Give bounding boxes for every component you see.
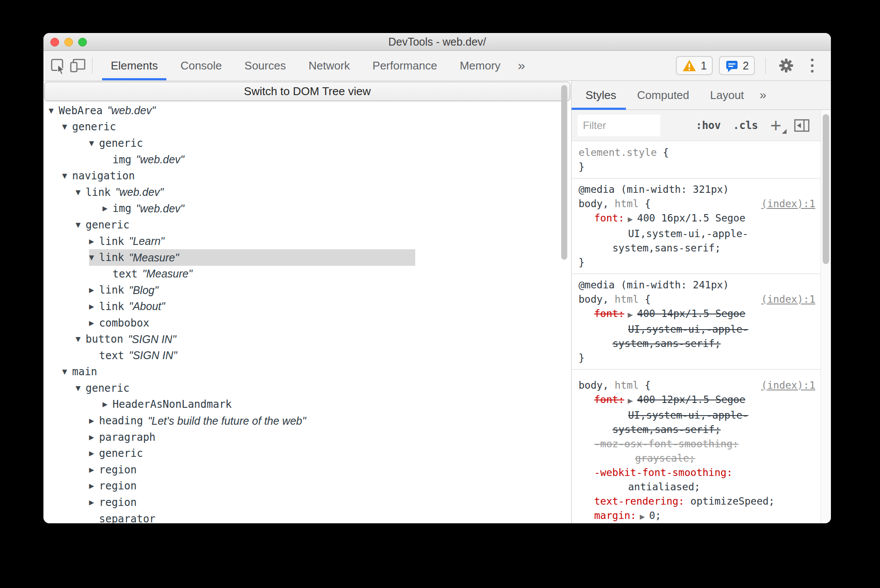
- style-line: UI,system-ui,-apple-: [572, 322, 820, 337]
- expand-value-icon[interactable]: ▶: [628, 311, 633, 319]
- kebab-menu-icon[interactable]: [802, 56, 822, 76]
- tree-expand-right-icon[interactable]: ▶: [89, 303, 99, 311]
- tree-row[interactable]: ▼generic: [43, 217, 571, 233]
- tab-memory[interactable]: Memory: [448, 51, 512, 80]
- tree-row[interactable]: ▼WebArea"web.dev": [43, 102, 571, 119]
- tree-row[interactable]: ▶combobox: [43, 315, 571, 331]
- tree-expand-down-icon[interactable]: ▼: [89, 139, 99, 147]
- inspect-element-icon[interactable]: [48, 56, 68, 76]
- css-text: element.style: [579, 147, 663, 158]
- tree-row[interactable]: ▼main: [43, 364, 571, 380]
- tree-expand-down-icon[interactable]: ▼: [76, 221, 86, 229]
- devtools-main: Switch to DOM Tree view ▼WebArea"web.dev…: [43, 81, 831, 523]
- tree-node-role: main: [72, 366, 97, 378]
- tree-expand-right-icon[interactable]: ▶: [89, 466, 99, 474]
- css-text: @media (min-width: 241px): [579, 279, 729, 291]
- tree-row[interactable]: text"SIGN IN": [43, 347, 571, 364]
- tree-row[interactable]: ▶region: [43, 462, 571, 478]
- tree-expand-right-icon[interactable]: ▶: [89, 499, 99, 506]
- tree-row[interactable]: ▶link"Blog": [43, 282, 571, 299]
- tree-expand-down-icon[interactable]: ▼: [49, 107, 59, 115]
- tree-row[interactable]: img"web.dev": [43, 152, 571, 168]
- tree-expand-right-icon[interactable]: ▶: [89, 286, 99, 294]
- css-text: {: [638, 198, 651, 209]
- element-classes-button[interactable]: .cls: [733, 119, 758, 132]
- expand-value-icon[interactable]: ▶: [640, 513, 645, 521]
- tree-row[interactable]: ▶link"Learn": [43, 233, 571, 250]
- tree-row[interactable]: ▼navigation: [43, 168, 571, 184]
- zoom-window-button[interactable]: [78, 38, 87, 46]
- tree-node-role: generic: [72, 121, 116, 133]
- minimize-window-button[interactable]: [64, 38, 73, 46]
- tab-sources[interactable]: Sources: [233, 51, 297, 80]
- right-scrollbar-track[interactable]: [820, 110, 831, 523]
- tree-row[interactable]: ▶link"About": [43, 298, 571, 315]
- switch-dom-tree-button[interactable]: Switch to DOM Tree view: [44, 82, 570, 101]
- tree-expand-right-icon[interactable]: ▶: [103, 400, 112, 408]
- tree-expand-right-icon[interactable]: ▶: [89, 449, 99, 457]
- style-line: system,sans-serif;: [572, 423, 820, 437]
- style-line: body, html {(index):1: [572, 197, 820, 211]
- tree-expand-right-icon[interactable]: ▶: [103, 205, 112, 212]
- tree-row[interactable]: ▶paragraph: [43, 429, 571, 446]
- tree-expand-right-icon[interactable]: ▶: [89, 417, 99, 425]
- stylesheet-source-link[interactable]: (index):1: [761, 292, 815, 307]
- tree-expand-right-icon[interactable]: ▶: [89, 482, 99, 490]
- tree-row[interactable]: ▼generic: [43, 380, 571, 396]
- tree-row[interactable]: ▼link"web.dev": [43, 184, 571, 201]
- tree-row[interactable]: ▶region: [43, 478, 571, 495]
- css-text: 400 14px/1.5 Segoe: [637, 308, 745, 319]
- tab-console[interactable]: Console: [169, 51, 233, 80]
- stylesheet-source-link[interactable]: (index):1: [761, 197, 815, 211]
- css-text: -moz-osx-font-smoothing:: [594, 438, 738, 449]
- tree-row[interactable]: ▶generic: [43, 445, 571, 462]
- messages-badge[interactable]: 2: [719, 56, 755, 75]
- tree-expand-right-icon[interactable]: ▶: [89, 238, 99, 245]
- tab-elements[interactable]: Elements: [99, 51, 169, 80]
- styles-filter-input[interactable]: [578, 115, 660, 136]
- tab-performance[interactable]: Performance: [361, 51, 449, 80]
- tree-row[interactable]: ▼link"Measure": [43, 249, 571, 266]
- device-toolbar-icon[interactable]: [68, 56, 88, 76]
- toggle-sidebar-icon[interactable]: [794, 118, 810, 133]
- tree-row[interactable]: ▼generic: [43, 119, 571, 135]
- toggle-element-state-button[interactable]: :hov: [696, 119, 721, 132]
- tree-expand-down-icon[interactable]: ▼: [76, 335, 86, 343]
- close-window-button[interactable]: [50, 38, 59, 46]
- expand-value-icon[interactable]: ▶: [628, 215, 633, 223]
- tree-node-role: link: [99, 235, 124, 248]
- sidebar-tab-computed[interactable]: Computed: [627, 81, 700, 109]
- sidebar-tab-layout[interactable]: Layout: [700, 81, 754, 109]
- style-line: }: [572, 351, 820, 365]
- tree-row[interactable]: ▼generic: [43, 135, 571, 152]
- right-scrollbar-thumb[interactable]: [823, 114, 829, 264]
- new-style-rule-button[interactable]: +: [770, 119, 781, 132]
- tree-row[interactable]: ▶region: [43, 494, 571, 511]
- warnings-badge[interactable]: 1: [676, 56, 713, 75]
- tree-expand-right-icon[interactable]: ▶: [89, 319, 99, 327]
- tree-expand-down-icon[interactable]: ▼: [62, 172, 72, 180]
- tree-node-role: link: [99, 284, 124, 296]
- tree-row[interactable]: ▶heading"Let's build the future of the w…: [43, 413, 571, 429]
- stylesheet-source-link[interactable]: (index):1: [761, 378, 815, 393]
- sidebar-tab-styles[interactable]: Styles: [575, 81, 627, 109]
- tree-row[interactable]: ▶img"web.dev": [43, 201, 571, 217]
- tree-row[interactable]: ▼button"SIGN IN": [43, 331, 571, 347]
- tree-row[interactable]: ▶HeaderAsNonLandmark: [43, 396, 571, 413]
- sidebar-more-tabs-icon[interactable]: »: [754, 81, 772, 109]
- tree-expand-down-icon[interactable]: ▼: [62, 123, 72, 131]
- left-scrollbar-thumb[interactable]: [561, 85, 567, 260]
- expand-value-icon[interactable]: ▶: [628, 397, 633, 405]
- tree-expand-down-icon[interactable]: ▼: [62, 368, 72, 376]
- tree-expand-right-icon[interactable]: ▶: [89, 433, 99, 441]
- styles-filter-actions: :hov .cls +: [696, 118, 810, 133]
- tree-row[interactable]: separator: [43, 511, 571, 523]
- tab-network[interactable]: Network: [297, 51, 361, 80]
- tree-expand-down-icon[interactable]: ▼: [76, 384, 86, 392]
- styles-filter-row: :hov .cls +: [572, 110, 820, 141]
- settings-gear-icon[interactable]: [776, 56, 796, 76]
- tree-expand-down-icon[interactable]: ▼: [89, 254, 99, 261]
- more-tabs-icon[interactable]: »: [512, 58, 531, 73]
- tree-row[interactable]: text"Measure": [43, 266, 571, 282]
- tree-expand-down-icon[interactable]: ▼: [76, 188, 86, 196]
